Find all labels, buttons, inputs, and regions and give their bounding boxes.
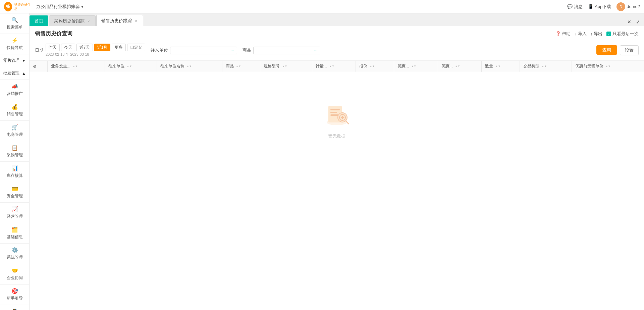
date-btn-yesterday[interactable]: 昨天	[46, 44, 60, 51]
app-selector[interactable]: 办公用品行业模拟账套 ▾	[34, 2, 86, 11]
import-btn[interactable]: ↓ 导入	[575, 31, 587, 37]
col-unit[interactable]: 计量... ▲▼	[312, 61, 356, 72]
tab-purchase-history[interactable]: 采购历史价跟踪 ×	[49, 15, 96, 26]
user-avatar-area[interactable]: D demo2	[616, 2, 640, 11]
content-area: 首页 采购历史价跟踪 × 销售历史价跟踪 × ✕ ⤢ 销售历史价查询	[30, 13, 644, 310]
export-label: 导出	[594, 31, 602, 37]
sort-arrows-discount2[interactable]: ▲▼	[455, 65, 460, 68]
app-name-label: 办公用品行业模拟账套	[36, 4, 80, 10]
product-input[interactable]: ···	[253, 47, 320, 54]
sidebar-item-marketing[interactable]: 📣 营销推广	[0, 80, 29, 100]
logo-icon: 畅	[4, 2, 12, 11]
sort-arrows-biz-date[interactable]: ▲▼	[72, 65, 78, 68]
col-qty[interactable]: 数量 ▲▼	[482, 61, 520, 72]
settings-button[interactable]: 设置	[620, 45, 639, 55]
sort-arrows-trade-type[interactable]: ▲▼	[542, 65, 547, 68]
col-partner-code[interactable]: 往来单位 ▲▼	[105, 61, 157, 72]
app-download-btn[interactable]: 📱 App下载	[588, 4, 611, 10]
sidebar-item-search-menu[interactable]: 🔍 搜索菜单	[0, 13, 29, 34]
sidebar-item-system[interactable]: ⚙️ 系统管理	[0, 244, 29, 264]
product-filter-label: 商品	[243, 47, 251, 53]
page-header: 销售历史价查询 ❓ 帮助 ↓ 导入 ↑ 导出 ✓	[30, 26, 644, 40]
partner-input[interactable]: ···	[170, 47, 237, 54]
col-discount2[interactable]: 优惠... ▲▼	[438, 61, 482, 72]
col-biz-date[interactable]: 业务发生... ▲▼	[47, 61, 105, 72]
sort-arrows-pretax-price[interactable]: ▲▼	[605, 65, 611, 68]
date-btn-today[interactable]: 今天	[61, 44, 75, 51]
sidebar-item-app-center[interactable]: 📱 应用中心	[0, 305, 29, 310]
tab-purchase-history-close[interactable]: ×	[87, 19, 91, 23]
col-unit-label: 计量...	[316, 64, 327, 68]
message-btn[interactable]: 💬 消息	[567, 4, 583, 10]
tab-sales-history-close[interactable]: ×	[134, 18, 138, 23]
sort-arrows-product[interactable]: ▲▼	[236, 65, 241, 68]
sidebar-item-inventory[interactable]: 📊 库存核算	[0, 162, 29, 182]
checkbox-teal-icon: ✓	[606, 32, 611, 36]
help-label: 帮助	[562, 31, 571, 37]
tab-maximize-btn[interactable]: ⤢	[635, 18, 641, 25]
col-product[interactable]: 商品 ▲▼	[222, 61, 260, 72]
col-pretax-price[interactable]: 优惠前无税单价 ▲▼	[572, 61, 644, 72]
sidebar-label-ecommerce: 电商管理	[7, 132, 23, 138]
sidebar-label-enterprise: 企业协同	[7, 275, 23, 281]
col-discount1[interactable]: 优惠... ▲▼	[394, 61, 438, 72]
sort-arrows-partner-code[interactable]: ▲▼	[127, 65, 132, 68]
sort-arrows-unit[interactable]: ▲▼	[329, 65, 334, 68]
col-partner-name[interactable]: 往来单位名称 ▲▼	[157, 61, 222, 72]
page-title: 销售历史价查询	[35, 30, 72, 37]
svg-rect-2	[330, 109, 340, 110]
date-btn-custom[interactable]: 自定义	[127, 44, 145, 51]
sidebar-item-enterprise[interactable]: 🤝 企业协同	[0, 264, 29, 285]
sort-arrows-spec[interactable]: ▲▼	[282, 65, 287, 68]
last-once-checkbox[interactable]: ✓ 只看最后一次	[606, 31, 639, 37]
date-btn-more[interactable]: 更多	[112, 44, 126, 51]
col-trade-type[interactable]: 交易类型 ▲▼	[520, 61, 572, 72]
chevron-down-icon: ▾	[81, 4, 84, 9]
sidebar-item-guide[interactable]: 🎯 新手引导	[0, 285, 29, 305]
sales-icon: 💰	[11, 104, 18, 110]
table-area: ⚙ 业务发生... ▲▼ 往来单位 ▲▼ 往来单位名称	[30, 61, 644, 310]
tab-sales-history[interactable]: 销售历史价跟踪 ×	[96, 15, 143, 26]
sidebar-label-finance: 资金管理	[7, 193, 23, 199]
date-btn-last1month[interactable]: 近1月	[94, 44, 111, 51]
sort-arrows-discount1[interactable]: ▲▼	[411, 65, 416, 68]
col-partner-name-label: 往来单位名称	[160, 64, 184, 68]
import-icon: ↓	[575, 31, 577, 36]
tab-home[interactable]: 首页	[30, 15, 48, 26]
sidebar-item-quick-nav[interactable]: ⚡ 快捷导航	[0, 34, 29, 54]
date-filter-group: 日期 昨天 今天 近7天 近1月 更多 自定义 2023-02-18 至 202…	[35, 44, 145, 57]
sidebar-item-sales-mgmt[interactable]: 💰 销售管理	[0, 100, 29, 121]
quick-nav-icon: ⚡	[11, 37, 18, 44]
date-btn-last7days[interactable]: 近7天	[76, 44, 93, 51]
col-discount2-label: 优惠...	[441, 64, 453, 68]
col-gear[interactable]: ⚙	[30, 61, 47, 72]
sidebar-item-retail-mgmt[interactable]: 零售管理 ▼	[0, 54, 29, 67]
sort-arrows-qty[interactable]: ▲▼	[495, 65, 501, 68]
sidebar-item-wholesale-mgmt[interactable]: 批发管理 ▲	[0, 67, 29, 80]
table-header-row: ⚙ 业务发生... ▲▼ 往来单位 ▲▼ 往来单位名称	[30, 61, 644, 72]
sidebar-label-operations: 经营管理	[7, 214, 23, 219]
help-btn[interactable]: ❓ 帮助	[555, 31, 571, 37]
help-icon: ❓	[555, 31, 561, 36]
sidebar-item-ecommerce[interactable]: 🛒 电商管理	[0, 121, 29, 141]
sort-arrows-partner-name[interactable]: ▲▼	[186, 65, 192, 68]
col-spec[interactable]: 规格型号 ▲▼	[260, 61, 312, 72]
tab-home-label: 首页	[35, 18, 43, 24]
gear-icon[interactable]: ⚙	[33, 64, 37, 69]
app-download-label: App下载	[595, 4, 611, 10]
import-label: 导入	[578, 31, 587, 37]
message-icon: 💬	[567, 4, 573, 9]
message-label: 消息	[574, 4, 583, 10]
partner-filter-group: 往来单位 ···	[151, 47, 237, 54]
sidebar-item-basics[interactable]: 🗂️ 基础信息	[0, 223, 29, 244]
query-button[interactable]: 查询	[596, 45, 617, 55]
export-btn[interactable]: ↑ 导出	[591, 31, 603, 37]
sidebar-label-guide: 新手引导	[7, 296, 23, 301]
sidebar-item-purchase[interactable]: 📋 采购管理	[0, 141, 29, 162]
tab-close-all-btn[interactable]: ✕	[626, 18, 633, 25]
sidebar-item-finance[interactable]: 💳 资金管理	[0, 182, 29, 203]
col-quote[interactable]: 报价 ▲▼	[356, 61, 394, 72]
sidebar-item-operations[interactable]: 📈 经营管理	[0, 203, 29, 223]
sort-arrows-quote[interactable]: ▲▼	[370, 65, 375, 68]
main-layout: 🔍 搜索菜单 ⚡ 快捷导航 零售管理 ▼ 批发管理 ▲ 📣 营销推广 💰 销售管…	[0, 13, 644, 310]
